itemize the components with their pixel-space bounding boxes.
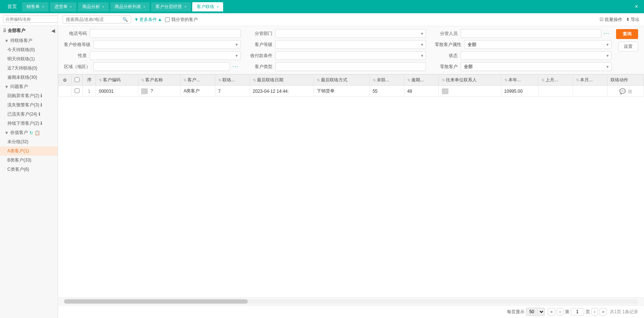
filter-manager-dots[interactable]: ···: [601, 30, 612, 37]
filter-label-status: 状态: [435, 53, 461, 59]
filter-select-price-grade[interactable]: [93, 40, 241, 49]
sidebar-search-input[interactable]: [3, 15, 58, 23]
row-last-method-link[interactable]: 下销货单: [317, 88, 334, 93]
sidebar-item-class-b[interactable]: B类客户(33): [0, 156, 58, 165]
col-code[interactable]: 客户编码: [96, 75, 138, 86]
row-action-chat-icon[interactable]: 💬: [619, 88, 626, 94]
nav-tab-customer-contact[interactable]: 客户联络 ×: [192, 2, 223, 11]
sidebar-group-problem-label: 问题客户: [10, 84, 28, 90]
sidebar-item-today[interactable]: 今天待联络(0): [0, 45, 58, 54]
filter-select-customer-grade[interactable]: [275, 40, 426, 49]
page-input[interactable]: [571, 308, 584, 315]
batch-op-button[interactable]: ☑ 批量操作: [600, 17, 622, 23]
filter-cell-manager: 分管人员 ···: [435, 29, 612, 38]
row-action-qr-icon[interactable]: ⊞: [628, 88, 632, 94]
nav-tab-customer-contact-close[interactable]: ×: [217, 5, 219, 9]
row-checkbox[interactable]: [75, 88, 79, 93]
nav-tab-sales-close[interactable]: ×: [42, 5, 44, 9]
col-last-month[interactable]: 上月...: [539, 75, 573, 86]
prev-page-button[interactable]: ‹: [557, 308, 564, 315]
col-gear[interactable]: ⚙: [58, 75, 72, 86]
total-info: 共1页 1条记录: [610, 309, 638, 315]
filter-select-retail[interactable]: 全部: [461, 62, 612, 71]
sidebar-group-problem[interactable]: ▼ 问题客户: [0, 82, 58, 91]
table-header-row: ⚙ 序 客户编码 客户名称 客户... 联络... 最后联络日期 最后联络方式 …: [58, 75, 644, 86]
filter-select-nature[interactable]: [90, 51, 241, 60]
filter-more-conditions[interactable]: ▼ 更多条件 ▲: [134, 17, 162, 23]
filter-cell-customer-grade: 客户等级 ▼: [250, 40, 426, 49]
nav-tab-purchase-close[interactable]: ×: [70, 5, 72, 9]
col-last-method[interactable]: 最后联络方式: [314, 75, 370, 86]
sidebar-item-unclassified[interactable]: 未分组(32): [0, 137, 58, 146]
filter-select-payment[interactable]: [275, 51, 426, 60]
table-select-all-checkbox[interactable]: [75, 77, 79, 82]
filter-select-retail-attr[interactable]: 全部: [464, 40, 612, 49]
col-contact2[interactable]: 往来单位联系人: [439, 75, 501, 86]
filter-input-customer-type[interactable]: [275, 62, 426, 71]
col-level[interactable]: 客户...: [180, 75, 215, 86]
col-contact-count[interactable]: 联络...: [215, 75, 250, 86]
pagination-bar: 每页显示 50 100 200 « ‹ 第 页 › » 共1页 1条记录: [58, 305, 644, 318]
sidebar-group-pending[interactable]: ▼ 待联络客户: [0, 36, 58, 45]
row-this-month-cell: [573, 86, 608, 97]
sidebar-search-area: 🔍: [0, 13, 58, 25]
filter-my-customers[interactable]: 我分管的客户: [165, 17, 198, 23]
next-page-button[interactable]: ›: [591, 308, 598, 315]
nav-tab-analysis[interactable]: 商品分析 ×: [78, 2, 109, 11]
filter-input-region[interactable]: [93, 62, 230, 71]
filter-my-customers-checkbox[interactable]: [165, 17, 170, 22]
export-button[interactable]: ⬆ 导出: [626, 17, 640, 23]
horizontal-scrollbar-thumb[interactable]: [64, 299, 248, 304]
col-name[interactable]: 客户名称: [138, 75, 180, 86]
sidebar-item-tomorrow[interactable]: 明天待联络(1): [0, 54, 58, 64]
filter-search-input[interactable]: [66, 17, 121, 22]
global-close-button[interactable]: ×: [632, 3, 641, 10]
scrollbar-area: [58, 297, 644, 305]
first-page-button[interactable]: «: [548, 308, 555, 315]
nav-tab-analysis-list[interactable]: 商品分析列表 ×: [110, 2, 150, 11]
gear-icon[interactable]: ⚙: [63, 78, 67, 83]
col-last-date[interactable]: 最后联络日期: [250, 75, 314, 86]
row-last-date-cell: 2023-04-12 14:44:: [250, 86, 314, 97]
col-overdue[interactable]: 逾期...: [404, 75, 439, 86]
sidebar-item-declining[interactable]: 持续下滑客户(2) ℹ: [0, 119, 58, 128]
nav-tab-customer-tier[interactable]: 客户分层经营 ×: [151, 2, 191, 11]
sidebar-group-value-label: 价值客户: [10, 130, 28, 136]
sidebar-collapse-icon[interactable]: ◀: [51, 28, 55, 33]
sidebar-item-class-c[interactable]: C类客户(6): [0, 165, 58, 174]
query-button[interactable]: 查询: [616, 29, 638, 39]
horizontal-scrollbar[interactable]: [64, 299, 638, 304]
filter-select-status[interactable]: [461, 51, 612, 60]
col-this-year[interactable]: 本年...: [501, 75, 539, 86]
sidebar-item-week[interactable]: 近7天待联络(0): [0, 64, 58, 73]
filter-input-manager[interactable]: [461, 29, 601, 38]
sidebar-item-churned[interactable]: 已流失客户(24) ℹ: [0, 110, 58, 119]
filter-label-customer-type: 客户类型: [250, 64, 275, 70]
nav-tab-sales[interactable]: 销售单 ×: [22, 2, 49, 11]
sidebar-item-overdue[interactable]: 逾期未联络(30): [0, 73, 58, 82]
filter-region-dots[interactable]: ···: [230, 63, 240, 70]
nav-tab-customer-tier-close[interactable]: ×: [184, 5, 186, 9]
sidebar-group-value[interactable]: ▼ 价值客户 ↻ 📋: [0, 128, 58, 137]
filter-input-phone[interactable]: [90, 29, 241, 38]
sidebar-group-value-refresh-icon[interactable]: ↻: [29, 130, 33, 135]
settings-button[interactable]: 设置: [618, 42, 638, 52]
sidebar-item-repurchase-abnormal[interactable]: 回购异常客户(2) ℹ: [0, 91, 58, 100]
nav-tab-analysis-list-close[interactable]: ×: [143, 5, 146, 9]
per-page-select[interactable]: 50 100 200: [526, 308, 545, 316]
sidebar-all-customers[interactable]: ⠿ 全部客户 ◀: [0, 25, 58, 36]
filter-search-icon[interactable]: 🔍: [122, 17, 128, 22]
nav-home[interactable]: 首页: [3, 3, 21, 10]
nav-tab-analysis-close[interactable]: ×: [102, 5, 104, 9]
sidebar-group-value-settings-icon[interactable]: 📋: [35, 130, 40, 135]
sidebar-item-churn-warning[interactable]: 流失预警客户(3) ℹ: [0, 100, 58, 110]
filter-label-payment: 收付款条件: [250, 53, 275, 59]
col-this-month[interactable]: 本月...: [573, 75, 608, 86]
sidebar-item-class-a[interactable]: A类客户(1): [0, 146, 58, 156]
last-page-button[interactable]: »: [600, 308, 607, 315]
filter-select-price-grade-wrap: ▼: [93, 40, 241, 49]
nav-tab-purchase[interactable]: 进货单 ×: [50, 2, 76, 11]
filter-select-dept[interactable]: [275, 29, 426, 38]
main-layout: 🔍 ⠿ 全部客户 ◀ ▼ 待联络客户 今天待联络(0) 明天待联络(1) 近7天…: [0, 13, 644, 318]
col-not-contact[interactable]: 未联...: [369, 75, 404, 86]
